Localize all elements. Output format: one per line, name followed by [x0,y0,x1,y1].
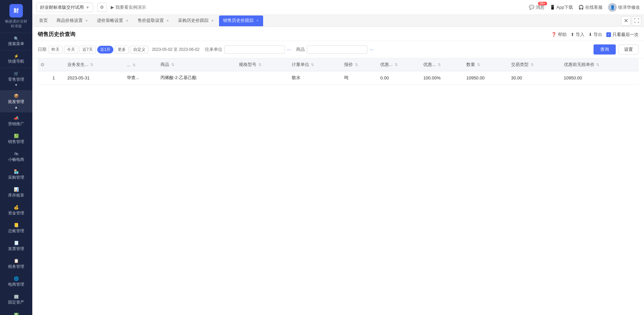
headset-icon: 🎧 [578,5,584,10]
date-filter-group: 日期 昨天 今天 近7天 近1月 更多 自定义 2023-05-02 至 202… [38,46,200,54]
col-pre-tax-price[interactable]: 优惠前无税单价 ⇅ [561,58,639,71]
message-icon: 💬 [529,5,534,10]
tab-pricing-strategy[interactable]: 进价策略设置 × [93,15,133,26]
sidebar-item-invoice[interactable]: 🧾 发票管理 [0,237,32,255]
supplier-more-button[interactable]: ··· [287,47,291,52]
search-icon: 🔍 [14,36,19,41]
app-download-button[interactable]: 📱 App下载 [550,4,573,10]
product-more-button[interactable]: ··· [369,47,373,52]
date-btn-last7[interactable]: 近7天 [79,46,96,54]
date-btn-today[interactable]: 今天 [64,46,78,54]
play-icon: ▶ [111,5,114,10]
sidebar: 财 畅捷通好业财标准版 🔍 搜索菜单 ⚡ 快捷导航 🛒 零售管理 ▼ 📦 批发管… [0,0,32,315]
col-unit[interactable]: 计量单位 ⇅ [289,58,342,71]
import-button[interactable]: ⬆ 导入 [571,32,584,38]
sort-icon: ⇅ [531,63,534,67]
sidebar-item-account[interactable]: 📒 总账管理 [0,219,32,237]
mobile-icon: 📱 [550,5,555,10]
topbar-settings-button[interactable]: ⚙ [97,3,107,12]
sidebar-item-sales[interactable]: 💹 销售管理 [0,130,32,148]
sort-icon: ⇅ [395,63,398,67]
sidebar-item-assets[interactable]: 🏢 固定资产 [0,291,32,309]
row-trade-type: 30.00 [508,71,561,84]
col-qty[interactable]: 数量 ⇅ [464,58,508,71]
table-settings-icon[interactable]: ⚙ [40,62,45,67]
checkbox-checked-icon: ✓ [606,32,611,37]
col-discount-price[interactable]: 优惠... ⇅ [421,58,464,71]
col-trade-type[interactable]: 交易类型 ⇅ [508,58,561,71]
row-more1: 华查... [124,71,158,84]
sidebar-item-marketing[interactable]: 📣 营销推广 [0,112,32,130]
sidebar-item-ecommerce[interactable]: 🌐 电商管理 [0,273,32,291]
avatar: 👤 [608,3,617,12]
date-buttons: 昨天 今天 近7天 近1月 更多 自定义 [48,46,148,54]
date-btn-yesterday[interactable]: 昨天 [48,46,63,54]
notification-button[interactable]: 💬 消息 99+ [529,4,544,10]
tab-home[interactable]: 首页 [35,15,52,26]
filter-right: 查询 设置 [594,44,639,55]
date-btn-custom[interactable]: 自定义 [130,46,148,54]
row-spec [236,71,289,84]
tab-purchase-history[interactable]: 采购历史价跟踪 × [174,15,218,26]
logo-text: 畅捷通好业财标准版 [5,19,27,29]
col-more1[interactable]: ... ⇅ [124,58,158,71]
query-button[interactable]: 查询 [594,44,616,55]
col-discount-rate[interactable]: 优惠... ⇅ [378,58,421,71]
sort-icon: ⇅ [355,63,358,67]
row-qty: 10950.00 [464,71,508,84]
online-service-button[interactable]: 🎧 在线客服 [578,4,603,10]
tab-close-purchase-history[interactable]: × [211,19,214,23]
row-discount-rate: 0.00 [378,71,421,84]
product-input[interactable] [307,45,367,54]
sidebar-item-finance[interactable]: 💰 资金管理 [0,202,32,219]
supplier-input[interactable] [224,45,285,54]
tab-expand-button[interactable]: ⛶ [632,16,641,26]
page-header: 销售历史价查询 ❓ 帮助 ⬆ 导入 ⬇ 导出 ✓ 只看最后一次 [32,27,644,41]
help-button[interactable]: ❓ 帮助 [551,32,567,38]
export-icon: ⬇ [588,32,592,37]
row-pre-tax-price: 10950.00 [561,71,639,84]
gear-icon: ⚙ [100,5,104,10]
settings-button[interactable]: 设置 [618,44,639,55]
tab-close-pricing-strategy[interactable]: × [125,19,129,23]
tab-sales-history[interactable]: 销售历史价跟踪 × [219,15,263,26]
sidebar-quicknav[interactable]: ⚡ 快捷导航 [0,50,32,68]
col-biz-date[interactable]: 业务发生... ⇅ [65,58,124,71]
col-quoted-price[interactable]: 报价 ⇅ [342,58,378,71]
content: 销售历史价查询 ❓ 帮助 ⬆ 导入 ⬇ 导出 ✓ 只看最后一次 [32,27,644,315]
sort-icon: ⇅ [258,63,261,67]
col-gear: ⚙ [38,58,50,71]
tab-close-sale-extract[interactable]: × [166,19,169,23]
sidebar-item-purchase[interactable]: 🏪 采购管理 [0,166,32,184]
tab-sale-extract[interactable]: 售价提取设置 × [134,15,173,26]
date-btn-more[interactable]: 更多 [115,46,129,54]
version-selector[interactable]: 好业财标准版交付试用 ▼ [36,3,93,12]
col-product[interactable]: 商品 ⇅ [158,58,236,71]
chevron-down-icon: ▼ [14,83,18,87]
sort-icon: ⇅ [133,63,136,67]
export-button[interactable]: ⬇ 导出 [588,32,602,38]
row-product: 丙烯酸-2-乙基己酯 [158,71,236,84]
main-area: 好业财标准版交付试用 ▼ ⚙ ▶ 我要看实例演示 💬 消息 99+ 📱 App下… [32,0,644,315]
row-quoted-price: 吨 [342,71,378,84]
sidebar-item-salary[interactable]: 💵 工资 [0,309,32,315]
sidebar-search[interactable]: 🔍 搜索菜单 [0,33,32,50]
sidebar-item-retail[interactable]: 🛒 零售管理 ▼ [0,68,32,90]
sidebar-item-small-ecommerce[interactable]: 🛍 小畅电商 [0,148,32,166]
sidebar-item-tax[interactable]: 📋 税务管理 [0,255,32,273]
sidebar-item-wholesale[interactable]: 📦 批发管理 ▲ [0,90,32,112]
sidebar-item-inventory[interactable]: 📊 库存核算 [0,184,32,202]
col-spec[interactable]: 规格型号 ⇅ [236,58,289,71]
tab-close-button[interactable]: ✕ [621,16,631,26]
tab-product-price[interactable]: 商品价格设置 × [52,15,92,26]
row-unit: 散水 [289,71,342,84]
date-btn-last1month[interactable]: 近1月 [97,46,114,54]
user-menu-button[interactable]: 👤 徐泽华修改 [608,3,640,12]
tab-close-product-price[interactable]: × [85,19,88,23]
tab-close-sales-history[interactable]: × [256,19,259,23]
table-container: ⚙ 业务发生... ⇅ ... ⇅ 商品 ⇅ [32,58,644,315]
show-last-checkbox[interactable]: ✓ 只看最后一次 [606,32,639,38]
topbar-right: 💬 消息 99+ 📱 App下载 🎧 在线客服 👤 徐泽华修改 [529,3,640,12]
sort-icon: ⇅ [171,63,174,67]
demo-link[interactable]: ▶ 我要看实例演示 [111,4,146,10]
